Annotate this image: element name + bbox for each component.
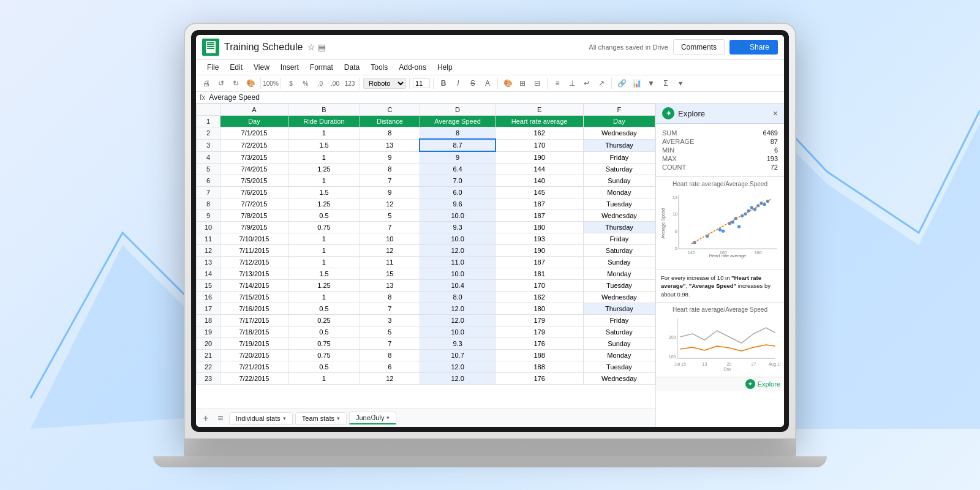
- undo-btn[interactable]: ↺: [214, 77, 228, 90]
- menu-format[interactable]: Format: [305, 61, 338, 74]
- cell-e-18[interactable]: 179: [496, 315, 583, 326]
- align-left-btn[interactable]: ≡: [551, 77, 564, 90]
- filter-btn[interactable]: ▼: [644, 77, 658, 90]
- cell-d-12[interactable]: 12.0: [420, 245, 496, 257]
- cell-f-13[interactable]: Sunday: [583, 257, 655, 268]
- wrap-btn[interactable]: ↵: [580, 77, 594, 90]
- cell-e-5[interactable]: 144: [496, 164, 583, 175]
- cell-f-15[interactable]: Tuesday: [583, 280, 655, 292]
- cell-f-10[interactable]: Thursday: [583, 222, 655, 233]
- star-icon[interactable]: ☆: [307, 42, 315, 52]
- cell-b-12[interactable]: 1: [288, 245, 360, 257]
- cell-a-17[interactable]: 7/16/2015: [221, 303, 288, 315]
- font-selector[interactable]: Roboto: [363, 78, 406, 89]
- italic-btn[interactable]: I: [451, 77, 465, 90]
- cell-d-6[interactable]: 7.0: [420, 175, 496, 187]
- cell-c-9[interactable]: 5: [360, 210, 420, 222]
- cell-e-15[interactable]: 170: [496, 280, 583, 292]
- cell-b-15[interactable]: 1.25: [288, 280, 360, 292]
- cell-e-20[interactable]: 176: [496, 338, 583, 350]
- cell-e-4[interactable]: 190: [496, 151, 583, 164]
- cell-e-3[interactable]: 170: [496, 139, 583, 151]
- cell-d-20[interactable]: 9.3: [420, 338, 496, 350]
- cell-e-17[interactable]: 180: [496, 303, 583, 315]
- cell-e-7[interactable]: 145: [496, 187, 583, 198]
- cell-f-7[interactable]: Monday: [583, 187, 655, 198]
- share-button[interactable]: 👤 Share: [729, 40, 778, 55]
- cell-e-13[interactable]: 187: [496, 257, 583, 268]
- cell-d-10[interactable]: 9.3: [420, 222, 496, 233]
- cell-d-11[interactable]: 10.0: [420, 233, 496, 245]
- cell-e-14[interactable]: 181: [496, 268, 583, 280]
- cell-a-9[interactable]: 7/8/2015: [221, 210, 288, 222]
- cell-c-11[interactable]: 10: [360, 233, 420, 245]
- decimal2-btn[interactable]: .00: [328, 77, 342, 90]
- cell-a-3[interactable]: 7/2/2015: [221, 139, 288, 151]
- cell-b-5[interactable]: 1.25: [288, 164, 360, 175]
- cell-c-19[interactable]: 5: [360, 326, 420, 338]
- cell-c-3[interactable]: 13: [360, 139, 420, 151]
- cell-c-18[interactable]: 3: [360, 315, 420, 326]
- cell-d-2[interactable]: 8: [420, 127, 496, 140]
- cell-f-21[interactable]: Monday: [583, 350, 655, 361]
- cell-f-14[interactable]: Monday: [583, 268, 655, 280]
- cell-a-23[interactable]: 7/22/2015: [221, 373, 288, 385]
- menu-addons[interactable]: Add-ons: [394, 61, 431, 74]
- cell-d-17[interactable]: 12.0: [420, 303, 496, 315]
- col-header-b[interactable]: B: [288, 104, 360, 116]
- cell-a-11[interactable]: 7/10/2015: [221, 233, 288, 245]
- cell-b-3[interactable]: 1.5: [288, 139, 360, 151]
- cell-b-8[interactable]: 1.25: [288, 198, 360, 210]
- cell-d-23[interactable]: 12.0: [420, 373, 496, 385]
- valign-btn[interactable]: ⊥: [565, 77, 579, 90]
- header-day[interactable]: Day: [583, 116, 655, 127]
- cell-b-10[interactable]: 0.75: [288, 222, 360, 233]
- more-btn[interactable]: ▾: [674, 77, 687, 90]
- header-ride-duration[interactable]: Ride Duration: [288, 116, 360, 127]
- cell-d-16[interactable]: 8.0: [420, 292, 496, 303]
- cell-f-20[interactable]: Sunday: [583, 338, 655, 350]
- cell-b-2[interactable]: 1: [288, 127, 360, 140]
- cell-b-14[interactable]: 1.5: [288, 268, 360, 280]
- cell-a-16[interactable]: 7/15/2015: [221, 292, 288, 303]
- cell-f-18[interactable]: Friday: [583, 315, 655, 326]
- cell-a-19[interactable]: 7/18/2015: [221, 326, 288, 338]
- cell-e-2[interactable]: 162: [496, 127, 583, 140]
- cell-c-10[interactable]: 7: [360, 222, 420, 233]
- cell-e-8[interactable]: 187: [496, 198, 583, 210]
- cell-c-7[interactable]: 9: [360, 187, 420, 198]
- cell-a-13[interactable]: 7/12/2015: [221, 257, 288, 268]
- cell-d-9[interactable]: 10.0: [420, 210, 496, 222]
- cell-f-23[interactable]: Wednesday: [583, 373, 655, 385]
- col-header-f[interactable]: F: [583, 104, 655, 116]
- cell-b-11[interactable]: 1: [288, 233, 360, 245]
- header-heart-rate[interactable]: Heart rate average: [496, 116, 583, 127]
- cell-b-9[interactable]: 0.5: [288, 210, 360, 222]
- cell-c-13[interactable]: 11: [360, 257, 420, 268]
- folder-icon[interactable]: ▤: [318, 42, 326, 52]
- comments-button[interactable]: Comments: [673, 39, 725, 55]
- cell-e-23[interactable]: 176: [496, 373, 583, 385]
- cell-c-16[interactable]: 8: [360, 292, 420, 303]
- merge-btn[interactable]: ⊟: [530, 77, 544, 90]
- cell-c-17[interactable]: 7: [360, 303, 420, 315]
- func-btn[interactable]: Σ: [659, 77, 673, 90]
- strikethrough-btn[interactable]: S: [466, 77, 480, 90]
- cell-f-19[interactable]: Saturday: [583, 326, 655, 338]
- cell-e-22[interactable]: 188: [496, 361, 583, 373]
- cell-d-22[interactable]: 12.0: [420, 361, 496, 373]
- cell-b-23[interactable]: 1: [288, 373, 360, 385]
- cell-a-15[interactable]: 7/14/2015: [221, 280, 288, 292]
- cell-d-7[interactable]: 6.0: [420, 187, 496, 198]
- cell-b-7[interactable]: 1.5: [288, 187, 360, 198]
- cell-b-19[interactable]: 0.5: [288, 326, 360, 338]
- cell-b-16[interactable]: 1: [288, 292, 360, 303]
- tab-june-july[interactable]: June/July ▾: [349, 412, 396, 424]
- cell-a-6[interactable]: 7/5/2015: [221, 175, 288, 187]
- cell-f-16[interactable]: Wednesday: [583, 292, 655, 303]
- cell-a-14[interactable]: 7/13/2015: [221, 268, 288, 280]
- sheet-menu-btn[interactable]: ≡: [214, 412, 227, 424]
- cell-c-4[interactable]: 9: [360, 151, 420, 164]
- percent-btn[interactable]: %: [299, 77, 312, 90]
- cell-d-13[interactable]: 11.0: [420, 257, 496, 268]
